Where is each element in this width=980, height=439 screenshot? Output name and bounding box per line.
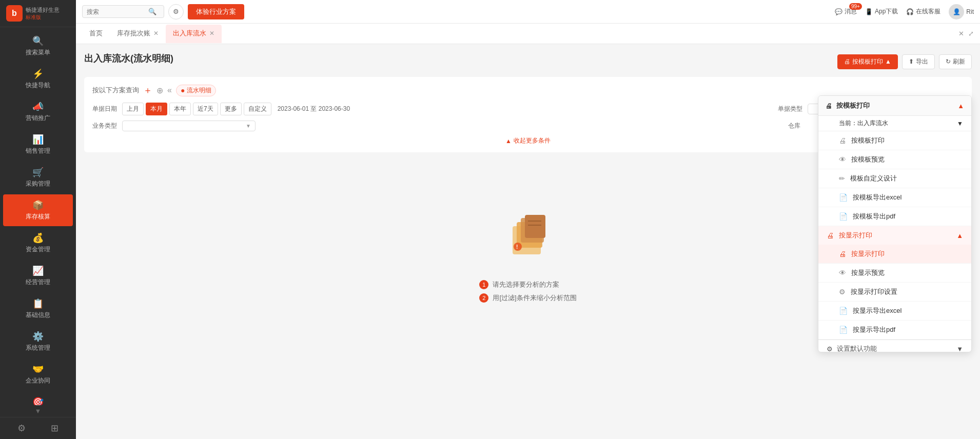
dropdown-title: 按模板打印 — [836, 101, 870, 110]
business-type-arrow: ▼ — [246, 123, 251, 129]
sidebar-item-basic[interactable]: 📋 基础信息 — [3, 293, 73, 325]
dropdown-display-export-pdf[interactable]: 📄 按显示导出pdf — [818, 321, 971, 340]
close-window-icon[interactable]: ✕ — [958, 30, 964, 37]
dropdown-set-default[interactable]: ⚙ 设置默认功能 ▼ — [818, 340, 971, 352]
date-last-month[interactable]: 上月 — [122, 103, 144, 115]
tab-batch-account-close[interactable]: ✕ — [153, 30, 159, 37]
bottom-collapse-icon[interactable]: ⊞ — [51, 423, 58, 434]
display-excel-icon: 📄 — [839, 307, 848, 315]
business-type-label: 业务类型 — [92, 122, 118, 130]
guide-icon: 🎯 — [32, 396, 44, 405]
sidebar-item-operation[interactable]: 📈 经营管理 — [3, 260, 73, 292]
dropdown-display-export-excel[interactable]: 📄 按显示导出excel — [818, 302, 971, 321]
message-button[interactable]: 💬 消息 99+ — [835, 7, 857, 16]
export-button[interactable]: ⬆ 导出 — [902, 54, 935, 69]
sidebar-item-system[interactable]: ⚙️ 系统管理 — [3, 326, 73, 357]
sidebar-item-purchase[interactable]: 🛒 采购管理 — [3, 162, 73, 193]
tab-flow[interactable]: 出入库流水 ✕ — [166, 25, 222, 43]
sidebar-item-operation-label: 经营管理 — [26, 278, 50, 287]
marketing-icon: 📣 — [32, 101, 44, 112]
display-print-icon: 🖨 — [839, 250, 846, 258]
filter-add-button[interactable]: ＋ — [143, 84, 152, 96]
display-export-pdf-label: 按显示导出pdf — [853, 325, 895, 334]
search-icon: 🔍 — [148, 8, 156, 15]
template-excel-icon: 📄 — [839, 193, 848, 202]
date-last-7days[interactable]: 近7天 — [193, 103, 218, 115]
sidebar-item-basic-label: 基础信息 — [26, 311, 50, 320]
business-type-filter-item: 业务类型 ▼ — [92, 121, 256, 131]
system-icon: ⚙️ — [32, 331, 44, 342]
sidebar-item-purchase-label: 采购管理 — [26, 179, 50, 188]
message-icon: 💬 — [835, 8, 842, 15]
expand-icon[interactable]: ⤢ — [968, 30, 974, 37]
filter-setting-button[interactable]: ⊕ — [156, 86, 163, 95]
bill-type-label: 单据类型 — [778, 105, 803, 113]
message-badge: 99+ — [849, 3, 862, 10]
sales-icon: 📊 — [32, 134, 44, 145]
sidebar-item-finance[interactable]: 💰 资金管理 — [3, 227, 73, 259]
sidebar-item-search-label: 搜索菜单 — [26, 48, 50, 57]
template-print-label: 按模板打印 — [851, 136, 885, 145]
date-custom[interactable]: 自定义 — [244, 103, 271, 115]
dropdown-template-custom[interactable]: ✏ 模板自定义设计 — [818, 169, 971, 188]
sidebar-scroll-down[interactable]: ▼ — [0, 405, 76, 417]
cooperation-icon: 🤝 — [32, 364, 44, 375]
bottom-settings-icon[interactable]: ⚙ — [17, 423, 26, 434]
dropdown-template-export-pdf[interactable]: 📄 按模板导出pdf — [818, 207, 971, 226]
dropdown-up-arrow[interactable]: ▲ — [957, 102, 964, 110]
tab-home[interactable]: 首页 — [82, 25, 110, 43]
sidebar-item-search[interactable]: 🔍 搜索菜单 — [3, 30, 73, 62]
step1-num: 1 — [479, 280, 488, 289]
customer-service-button[interactable]: 🎧 在线客服 — [906, 7, 940, 16]
sidebar-item-guide[interactable]: 🎯 新手引导 — [3, 391, 73, 405]
current-label-arrow[interactable]: ▼ — [957, 120, 963, 127]
display-section-collapse-icon: ▲ — [956, 232, 963, 240]
template-pdf-icon: 📄 — [839, 212, 848, 221]
print-template-button[interactable]: 🖨 按模板打印 ▲ — [837, 54, 898, 69]
business-type-select[interactable]: ▼ — [122, 121, 256, 131]
dropdown-display-print-settings[interactable]: ⚙ 按显示打印设置 — [818, 283, 971, 302]
dropdown-display-print[interactable]: 🖨 按显示打印 — [818, 245, 971, 264]
chevron-down-icon: ▼ — [35, 407, 42, 415]
user-area[interactable]: 👤 Rit — [949, 4, 974, 19]
sidebar-item-quick-nav[interactable]: ⚡ 快捷导航 — [3, 63, 73, 95]
template-custom-icon: ✏ — [839, 174, 845, 183]
date-range: 2023-06-01 至 2023-06-30 — [278, 105, 350, 113]
template-preview-label: 按模板预览 — [851, 155, 885, 164]
header-left: 🔍 ⚙ 体验行业方案 — [82, 4, 244, 19]
date-this-month[interactable]: 本月 — [146, 103, 167, 115]
step1-label: 请先选择要分析的方案 — [493, 280, 559, 289]
date-this-year[interactable]: 本年 — [169, 103, 191, 115]
display-print-settings-label: 按显示打印设置 — [851, 287, 897, 296]
display-settings-icon: ⚙ — [839, 288, 846, 296]
industry-button[interactable]: 体验行业方案 — [188, 4, 244, 19]
filter-tag[interactable]: ● 流水明细 — [176, 85, 216, 96]
dropdown-template-export-excel[interactable]: 📄 按模板导出excel — [818, 188, 971, 207]
sidebar-item-system-label: 系统管理 — [26, 344, 50, 352]
service-icon: 🎧 — [906, 8, 914, 15]
tab-flow-close[interactable]: ✕ — [209, 30, 214, 37]
sidebar-item-inventory[interactable]: 📦 库存核算 — [3, 194, 73, 226]
inventory-icon: 📦 — [32, 199, 44, 211]
sidebar-item-sales-label: 销售管理 — [26, 147, 50, 155]
sidebar-item-sales[interactable]: 📊 销售管理 — [3, 129, 73, 161]
tab-batch-account[interactable]: 库存批次账 ✕ — [110, 25, 166, 43]
search-input[interactable] — [87, 8, 148, 15]
header-search-box[interactable]: 🔍 — [82, 5, 164, 18]
display-print-section-icon: 🖨 — [827, 231, 834, 240]
app-download-button[interactable]: 📱 App下载 — [865, 7, 898, 16]
filter-collapse-button[interactable]: « — [167, 86, 172, 95]
dropdown-template-preview[interactable]: 👁 按模板预览 — [818, 150, 971, 169]
display-section-label: 按显示打印 — [839, 231, 872, 240]
display-print-section-header[interactable]: 🖨 按显示打印 ▲ — [818, 226, 971, 245]
gear-button[interactable]: ⚙ — [168, 4, 184, 19]
template-preview-icon: 👁 — [839, 155, 846, 164]
date-more[interactable]: 更多 — [220, 103, 242, 115]
sidebar-item-cooperation[interactable]: 🤝 企业协同 — [3, 358, 73, 390]
sidebar-item-marketing[interactable]: 📣 营销推广 — [3, 96, 73, 128]
dropdown-template-print[interactable]: 🖨 按模板打印 — [818, 131, 971, 150]
dropdown-display-preview[interactable]: 👁 按显示预览 — [818, 264, 971, 283]
chevron-up-icon: ▲ — [505, 137, 512, 145]
refresh-button[interactable]: ↻ 刷新 — [939, 54, 972, 69]
sidebar-item-finance-label: 资金管理 — [26, 245, 50, 254]
